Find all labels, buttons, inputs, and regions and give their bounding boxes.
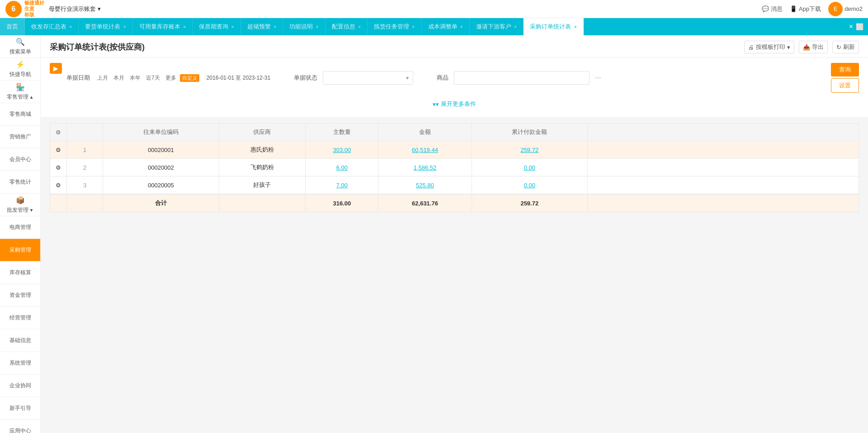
table-footer-row: 合计 316.00 62,631.76 259.72 (50, 194, 859, 212)
print-icon: 🖨 (748, 44, 754, 51)
tab-config[interactable]: 配置信息 × (326, 18, 368, 35)
expand-more-row: ▾▾ 展开更多条件 (50, 96, 859, 112)
avatar: E (828, 2, 843, 16)
tab-available-stock-label: 可用量库存账本 (139, 23, 180, 31)
status-select[interactable] (323, 71, 413, 85)
tab-purchase-summary-close[interactable]: × (574, 24, 576, 29)
row-extra-cell (588, 141, 859, 159)
row-supplier-code-cell: 00020002 (103, 159, 219, 176)
sidebar-item-member[interactable]: 会员中心 (0, 148, 40, 171)
sidebar-item-marketing[interactable]: 营销推广 (0, 126, 40, 148)
th-settings[interactable]: ⚙ (50, 124, 67, 141)
top-bar-left: 6 畅捷通好生意 标版 母婴行业演示账套 ▾ (5, 0, 101, 18)
message-icon: 💬 (762, 5, 769, 12)
expand-more-btn[interactable]: ▾▾ 展开更多条件 (433, 98, 476, 110)
query-button[interactable]: 查询 (831, 63, 859, 76)
sidebar-item-enterprise-collab[interactable]: 企业协同 (0, 375, 40, 397)
tab-warranty-close[interactable]: × (231, 24, 234, 29)
export-label: 导出 (812, 43, 824, 51)
shortcut-this-year[interactable]: 本年 (128, 73, 142, 83)
sidebar-search-label: 搜索菜单 (9, 48, 31, 56)
tab-receive-summary[interactable]: 收发存汇总表 × (25, 18, 79, 35)
sidebar-item-basic-info[interactable]: 基础信息 (0, 329, 40, 352)
table-header-row: ⚙ 往来单位编码 供应商 主数量 金额 累计付款金额 (50, 124, 859, 141)
sidebar-item-retail-mall[interactable]: 零售商城 (0, 103, 40, 126)
logo-area: 6 畅捷通好生意 标版 (5, 0, 45, 18)
filter-outer: ▶ 单据日期 上月 本月 本年 近7天 更多 自定义 (50, 63, 859, 96)
row-num-cell: 2 (67, 159, 103, 176)
tab-home-label: 首页 (6, 23, 18, 31)
app-download-action[interactable]: 📱 App下载 (790, 5, 821, 13)
sidebar-item-new-guide[interactable]: 新手引导 (0, 397, 40, 420)
page-header-actions: 🖨 按模板打印 ▾ 📤 导出 ↻ 刷新 (744, 41, 859, 53)
tab-available-stock[interactable]: 可用量库存账本 × (133, 18, 193, 35)
filter-toggle-arrow[interactable]: ▶ (50, 63, 62, 74)
filter-settings-button[interactable]: 设置 (831, 78, 859, 93)
th-row-num (67, 124, 103, 141)
sidebar-item-retail-stat[interactable]: 零售统计 (0, 171, 40, 194)
tab-picking-close[interactable]: × (412, 24, 415, 29)
sidebar-item-wholesale[interactable]: 📦 批发管理 ▼ (0, 194, 40, 216)
window-restore-icon[interactable]: ⬜ (856, 23, 863, 30)
sidebar-item-operation[interactable]: 经营管理 (0, 307, 40, 329)
expand-more-label: 展开更多条件 (441, 100, 476, 108)
tab-picking[interactable]: 拣货任务管理 × (368, 18, 421, 35)
row-settings-cell[interactable]: ⚙ (50, 141, 67, 159)
tab-home[interactable]: 首页 (0, 18, 25, 35)
sidebar-member-label: 会员中心 (9, 156, 31, 163)
export-button[interactable]: 📤 导出 (799, 41, 828, 53)
goods-more-button[interactable]: ··· (595, 74, 601, 82)
page-header: 采购订单统计表(按供应商) 🖨 按模板打印 ▾ 📤 导出 ↻ 刷新 (41, 35, 868, 57)
print-button[interactable]: 🖨 按模板打印 ▾ (744, 41, 794, 53)
shortcut-this-month[interactable]: 本月 (112, 73, 126, 83)
shortcut-7days[interactable]: 近7天 (144, 73, 162, 83)
sidebar-item-ecommerce[interactable]: 电商管理 (0, 216, 40, 239)
sidebar-retail-stat-label: 零售统计 (9, 178, 31, 186)
tab-requisition[interactable]: 要货单统计表 × (79, 18, 132, 35)
tab-warranty[interactable]: 保质期查询 × (193, 18, 241, 35)
refresh-button[interactable]: ↻ 刷新 (832, 41, 859, 53)
messages-action[interactable]: 💬 消息 (762, 5, 783, 13)
tab-receive-summary-close[interactable]: × (69, 24, 72, 29)
tab-function-desc-label: 功能说明 (289, 23, 313, 31)
workspace-selector[interactable]: 母婴行业演示账套 ▾ (49, 5, 101, 13)
tab-config-close[interactable]: × (358, 24, 361, 29)
table-row[interactable]: ⚙ 2 00020002 飞鹤奶粉 6.00 1,586.52 0.00 (50, 159, 859, 176)
tab-invite-downstream[interactable]: 邀请下游客户 × (470, 18, 524, 35)
sidebar-item-inventory[interactable]: 库存核算 (0, 262, 40, 284)
tab-purchase-summary[interactable]: 采购订单统计表 × (524, 18, 583, 35)
window-close-icon[interactable]: × (849, 23, 853, 31)
tab-cost-adjust[interactable]: 成本调整单 × (422, 18, 470, 35)
goods-input[interactable] (454, 71, 590, 85)
shortcut-more[interactable]: 更多 (164, 73, 178, 83)
sidebar-item-retail[interactable]: 🏪 零售管理 ▲ (0, 81, 40, 103)
table-row[interactable]: ⚙ 1 00020001 惠氏奶粉 303.00 60,519.44 259.7… (50, 141, 859, 159)
sidebar-item-app-center[interactable]: 应用中心 (0, 420, 40, 433)
sidebar-item-quick-nav[interactable]: ⚡ 快捷导航 (0, 58, 40, 81)
user-profile[interactable]: E demo2 (828, 2, 863, 16)
sidebar-item-search[interactable]: 🔍 搜索菜单 (0, 35, 40, 58)
tab-function-desc-close[interactable]: × (316, 24, 318, 29)
row-settings-cell[interactable]: ⚙ (50, 159, 67, 176)
sidebar-item-finance[interactable]: 资金管理 (0, 284, 40, 307)
sidebar-new-guide-label: 新手引导 (9, 404, 31, 412)
tab-overstock-close[interactable]: × (274, 24, 276, 29)
filter-inner: 单据日期 上月 本月 本年 近7天 更多 自定义 2016-01-01 至 20… (66, 63, 859, 96)
tab-requisition-close[interactable]: × (123, 24, 126, 29)
refresh-icon: ↻ (836, 44, 841, 51)
row-settings-cell[interactable]: ⚙ (50, 176, 67, 195)
sidebar-item-purchase[interactable]: 采购管理 (0, 239, 40, 262)
row-supplier-code-cell: 00020005 (103, 176, 219, 195)
workspace-chevron-icon: ▾ (98, 5, 101, 12)
tab-cost-adjust-label: 成本调整单 (428, 23, 458, 31)
tab-overstock[interactable]: 超储预警 × (241, 18, 283, 35)
shortcut-last-month[interactable]: 上月 (95, 73, 110, 83)
tab-function-desc[interactable]: 功能说明 × (283, 18, 325, 35)
tab-invite-downstream-close[interactable]: × (514, 24, 517, 29)
table-row[interactable]: ⚙ 3 00020005 好孩子 7.00 525.80 0.00 (50, 176, 859, 195)
tab-available-stock-close[interactable]: × (183, 24, 186, 29)
logo-icon: 6 (5, 1, 22, 17)
sidebar-item-system[interactable]: 系统管理 (0, 352, 40, 375)
download-icon: 📱 (790, 5, 797, 12)
tab-cost-adjust-close[interactable]: × (460, 24, 463, 29)
